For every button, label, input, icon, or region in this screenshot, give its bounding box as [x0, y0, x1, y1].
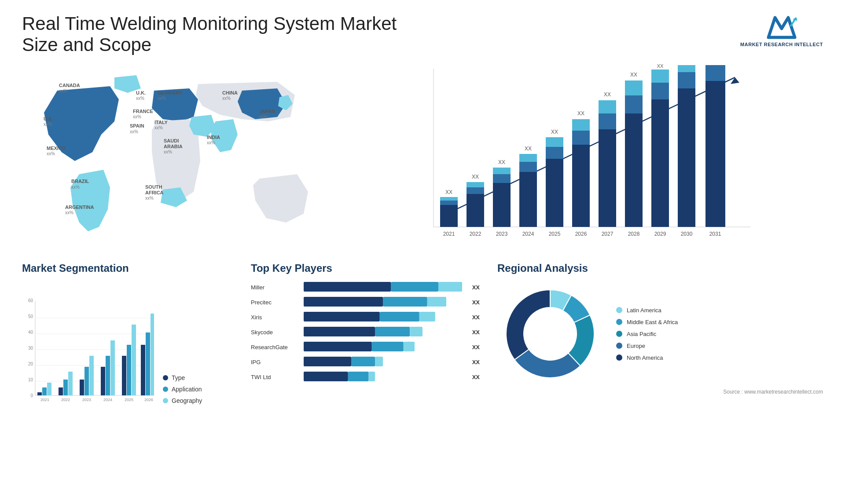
- svg-rect-39: [599, 100, 616, 113]
- svg-rect-95: [141, 345, 145, 395]
- svg-text:40: 40: [28, 330, 33, 335]
- player-bar-svg: [304, 296, 462, 307]
- svg-rect-22: [519, 172, 537, 227]
- player-row: XirisXX: [251, 311, 480, 323]
- bottom-section: Market Segmentation 0 10 20 30 40 50 60: [22, 262, 823, 429]
- player-name: TWI Ltd: [251, 374, 299, 380]
- donut-segment: [506, 290, 550, 360]
- svg-text:2021: 2021: [40, 398, 49, 402]
- svg-text:XX: XX: [604, 91, 611, 98]
- player-name: ResearchGate: [251, 344, 299, 351]
- donut-svg: [497, 281, 603, 387]
- svg-rect-54: [678, 65, 695, 72]
- player-bar-svg: [304, 356, 462, 367]
- player-value: XX: [472, 284, 480, 291]
- svg-rect-118: [375, 357, 383, 366]
- svg-rect-121: [369, 372, 375, 381]
- legend-dot-type: [163, 375, 168, 380]
- regional-legend-label: Latin America: [627, 307, 661, 314]
- svg-text:2022: 2022: [470, 231, 481, 237]
- map-label-italy: ITALYxx%: [154, 120, 168, 131]
- svg-rect-110: [304, 327, 375, 336]
- map-container: .land { fill: #e0e4ea; } .highlighted { …: [22, 64, 330, 249]
- legend-application: Application: [163, 386, 202, 393]
- svg-rect-17: [493, 183, 511, 227]
- svg-rect-92: [127, 345, 131, 395]
- regional-legend-item: Asia Pacific: [616, 331, 678, 337]
- logo: MARKET RESEARCH INTELLECT: [740, 13, 823, 47]
- svg-text:30: 30: [28, 346, 33, 351]
- player-value: XX: [472, 314, 480, 321]
- legend-geography: Geography: [163, 397, 202, 404]
- segmentation-chart-svg: 0 10 20 30 40 50 60: [22, 299, 154, 413]
- svg-rect-114: [372, 342, 404, 351]
- regional-legend-dot: [616, 319, 622, 325]
- player-name: Xiris: [251, 314, 299, 321]
- map-label-india: INDIAxx%: [207, 135, 220, 146]
- svg-text:60: 60: [28, 299, 33, 303]
- svg-text:2028: 2028: [628, 231, 640, 237]
- svg-text:XX: XX: [445, 189, 452, 195]
- map-label-germany: GERMANYxx%: [158, 90, 182, 101]
- regional-legend-label: Middle East & Africa: [627, 319, 678, 325]
- svg-text:20: 20: [28, 362, 33, 366]
- svg-text:0: 0: [30, 393, 33, 398]
- regional-legend-dot: [616, 343, 622, 349]
- svg-rect-12: [467, 194, 484, 227]
- svg-rect-28: [546, 147, 563, 159]
- svg-rect-24: [519, 154, 537, 162]
- svg-rect-76: [42, 387, 47, 395]
- svg-marker-0: [768, 18, 795, 37]
- svg-text:XX: XX: [630, 72, 637, 78]
- player-name: Precitec: [251, 299, 299, 306]
- main-bar-chart-svg: XX 2021 XX 2022 XX 2023: [348, 64, 823, 249]
- map-label-southafrica: SOUTHAFRICAxx%: [145, 184, 164, 201]
- svg-rect-58: [705, 65, 725, 81]
- bar-chart-inner: XX 2021 XX 2022 XX 2023: [348, 64, 823, 249]
- player-bar: [304, 341, 468, 353]
- player-name: Miller: [251, 284, 299, 291]
- regional-legend-dot: [616, 354, 622, 361]
- regional-legend-item: North America: [616, 354, 678, 361]
- svg-text:2021: 2021: [443, 231, 455, 237]
- svg-rect-79: [59, 387, 63, 395]
- player-bar: [304, 296, 468, 308]
- player-value: XX: [472, 344, 480, 351]
- player-row: ResearchGateXX: [251, 341, 480, 353]
- regional-section: Regional Analysis Latin AmericaMiddle Ea…: [497, 262, 823, 429]
- svg-rect-80: [63, 380, 68, 395]
- map-label-japan: JAPANxx%: [259, 109, 275, 120]
- svg-rect-109: [419, 312, 435, 321]
- svg-text:XX: XX: [472, 174, 479, 180]
- player-name: Skycode: [251, 329, 299, 336]
- player-value: XX: [472, 374, 480, 380]
- svg-rect-48: [651, 83, 669, 99]
- svg-text:2023: 2023: [82, 398, 91, 402]
- svg-rect-53: [678, 72, 695, 88]
- svg-rect-43: [625, 95, 643, 113]
- svg-text:2031: 2031: [709, 231, 721, 237]
- source-text: Source : www.marketresearchintellect.com: [497, 389, 823, 395]
- svg-rect-84: [84, 367, 89, 395]
- svg-rect-113: [304, 342, 372, 351]
- svg-text:2023: 2023: [496, 231, 508, 237]
- players-list: MillerXXPrecitecXXXirisXXSkycodeXXResear…: [251, 281, 480, 383]
- player-bar: [304, 311, 468, 323]
- player-bar: [304, 281, 468, 293]
- player-bar-svg: [304, 326, 462, 337]
- svg-rect-29: [546, 137, 563, 147]
- map-section: .land { fill: #e0e4ea; } .highlighted { …: [22, 64, 330, 253]
- svg-rect-88: [106, 356, 110, 395]
- player-bar-svg: [304, 311, 462, 322]
- svg-rect-83: [80, 380, 84, 395]
- svg-rect-93: [132, 325, 136, 395]
- regional-legend-item: Latin America: [616, 307, 678, 314]
- svg-text:2024: 2024: [522, 231, 534, 237]
- map-label-saudi: SAUDIARABIAxx%: [164, 138, 183, 155]
- player-value: XX: [472, 329, 480, 336]
- donut-chart: [497, 281, 603, 387]
- player-value: XX: [472, 359, 480, 365]
- map-label-france: FRANCExx%: [133, 109, 153, 120]
- legend-dot-application: [163, 387, 168, 392]
- svg-rect-119: [304, 372, 348, 381]
